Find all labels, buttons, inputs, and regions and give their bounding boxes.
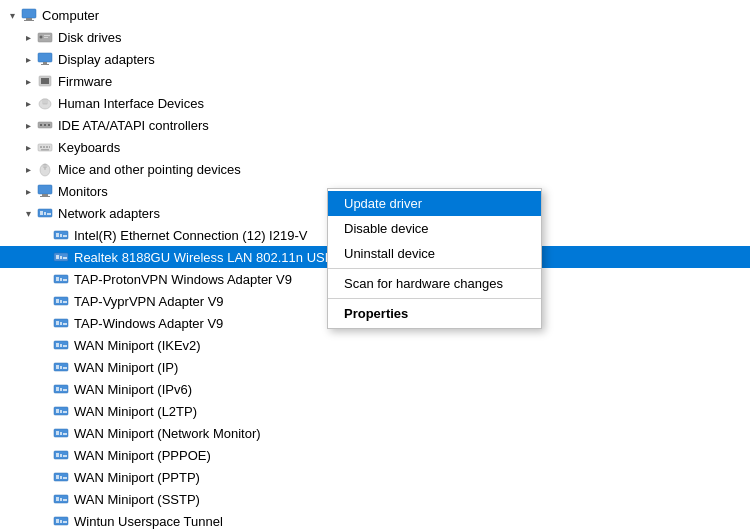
context-menu-item-properties[interactable]: Properties xyxy=(328,301,541,326)
icon-wan-pptp xyxy=(52,468,70,486)
tree-item-wan-ipv6[interactable]: WAN Miniport (IPv6) xyxy=(0,378,750,400)
svg-rect-9 xyxy=(41,64,49,65)
label-wan-ikev2: WAN Miniport (IKEv2) xyxy=(74,338,750,353)
icon-network-adapters xyxy=(36,204,54,222)
tree-item-wan-ip[interactable]: WAN Miniport (IP) xyxy=(0,356,750,378)
label-wan-ip: WAN Miniport (IP) xyxy=(74,360,750,375)
context-menu-item-update-driver[interactable]: Update driver xyxy=(328,191,541,216)
svg-rect-84 xyxy=(56,497,59,501)
icon-human-interface xyxy=(36,94,54,112)
label-wan-pppoe: WAN Miniport (PPPOE) xyxy=(74,448,750,463)
icon-realtek xyxy=(52,248,70,266)
icon-firmware xyxy=(36,72,54,90)
svg-rect-65 xyxy=(60,388,62,391)
label-mice: Mice and other pointing devices xyxy=(58,162,750,177)
expand-btn-ide-atapi[interactable] xyxy=(20,117,36,133)
svg-rect-29 xyxy=(42,194,48,196)
expand-btn-disk-drives[interactable] xyxy=(20,29,36,45)
svg-point-4 xyxy=(40,36,43,39)
svg-rect-77 xyxy=(60,454,62,457)
svg-rect-45 xyxy=(60,278,62,281)
svg-rect-69 xyxy=(60,410,62,413)
label-wan-network-monitor: WAN Miniport (Network Monitor) xyxy=(74,426,750,441)
svg-rect-64 xyxy=(56,387,59,391)
expand-btn-computer[interactable] xyxy=(4,7,20,23)
svg-rect-1 xyxy=(26,18,32,20)
expand-btn-firmware[interactable] xyxy=(20,73,36,89)
svg-rect-73 xyxy=(60,432,62,435)
tree-item-wan-pptp[interactable]: WAN Miniport (PPTP) xyxy=(0,466,750,488)
svg-rect-61 xyxy=(60,366,62,369)
svg-rect-72 xyxy=(56,431,59,435)
svg-rect-85 xyxy=(60,498,62,501)
expand-btn-monitors[interactable] xyxy=(20,183,36,199)
context-menu-item-disable-device[interactable]: Disable device xyxy=(328,216,541,241)
tree-item-ide-atapi[interactable]: IDE ATA/ATAPI controllers xyxy=(0,114,750,136)
tree-item-wan-sstp[interactable]: WAN Miniport (SSTP) xyxy=(0,488,750,510)
tree-item-wan-network-monitor[interactable]: WAN Miniport (Network Monitor) xyxy=(0,422,750,444)
svg-rect-86 xyxy=(63,499,67,501)
expand-btn-human-interface[interactable] xyxy=(20,95,36,111)
svg-rect-80 xyxy=(56,475,59,479)
tree-item-firmware[interactable]: Firmware xyxy=(0,70,750,92)
svg-rect-66 xyxy=(63,389,67,391)
svg-rect-42 xyxy=(63,257,67,259)
expand-btn-network-adapters[interactable] xyxy=(20,205,36,221)
svg-rect-76 xyxy=(56,453,59,457)
svg-rect-5 xyxy=(44,35,50,36)
icon-tap-vypr xyxy=(52,292,70,310)
svg-rect-2 xyxy=(24,20,34,21)
icon-wintun xyxy=(52,512,70,530)
tree-item-display-adapters[interactable]: Display adapters xyxy=(0,48,750,70)
tree-item-human-interface[interactable]: Human Interface Devices xyxy=(0,92,750,114)
svg-rect-8 xyxy=(43,62,47,64)
label-computer: Computer xyxy=(42,8,750,23)
svg-rect-40 xyxy=(56,255,59,259)
tree-item-wan-pppoe[interactable]: WAN Miniport (PPPOE) xyxy=(0,444,750,466)
svg-rect-57 xyxy=(60,344,62,347)
icon-computer xyxy=(20,6,38,24)
tree-item-mice[interactable]: Mice and other pointing devices xyxy=(0,158,750,180)
svg-rect-68 xyxy=(56,409,59,413)
svg-rect-22 xyxy=(46,146,48,148)
label-disk-drives: Disk drives xyxy=(58,30,750,45)
tree-item-computer[interactable]: Computer xyxy=(0,4,750,26)
context-menu: Update driverDisable deviceUninstall dev… xyxy=(327,188,542,329)
svg-rect-0 xyxy=(22,9,36,18)
expand-btn-display-adapters[interactable] xyxy=(20,51,36,67)
label-wan-pptp: WAN Miniport (PPTP) xyxy=(74,470,750,485)
svg-rect-41 xyxy=(60,256,62,259)
svg-rect-78 xyxy=(63,455,67,457)
icon-display-adapters xyxy=(36,50,54,68)
svg-rect-36 xyxy=(56,233,59,237)
context-menu-item-uninstall-device[interactable]: Uninstall device xyxy=(328,241,541,266)
label-wan-ipv6: WAN Miniport (IPv6) xyxy=(74,382,750,397)
tree-item-wan-l2tp[interactable]: WAN Miniport (L2TP) xyxy=(0,400,750,422)
svg-rect-37 xyxy=(60,234,62,237)
expand-btn-keyboards[interactable] xyxy=(20,139,36,155)
label-display-adapters: Display adapters xyxy=(58,52,750,67)
svg-rect-18 xyxy=(48,124,50,126)
label-ide-atapi: IDE ATA/ATAPI controllers xyxy=(58,118,750,133)
icon-ide-atapi xyxy=(36,116,54,134)
icon-wan-sstp xyxy=(52,490,70,508)
svg-rect-16 xyxy=(40,124,42,126)
expand-btn-mice[interactable] xyxy=(20,161,36,177)
tree-item-keyboards[interactable]: Keyboards xyxy=(0,136,750,158)
icon-tap-windows xyxy=(52,314,70,332)
svg-rect-23 xyxy=(49,146,50,148)
svg-rect-54 xyxy=(63,323,67,325)
icon-monitors xyxy=(36,182,54,200)
icon-disk-drives xyxy=(36,28,54,46)
context-menu-item-scan-hardware[interactable]: Scan for hardware changes xyxy=(328,271,541,296)
svg-rect-48 xyxy=(56,299,59,303)
label-firmware: Firmware xyxy=(58,74,750,89)
tree-item-wintun[interactable]: Wintun Userspace Tunnel xyxy=(0,510,750,532)
icon-keyboards xyxy=(36,138,54,156)
svg-rect-17 xyxy=(44,124,46,126)
label-keyboards: Keyboards xyxy=(58,140,750,155)
icon-tap-proton xyxy=(52,270,70,288)
tree-item-wan-ikev2[interactable]: WAN Miniport (IKEv2) xyxy=(0,334,750,356)
tree-item-disk-drives[interactable]: Disk drives xyxy=(0,26,750,48)
separator-after-uninstall-device xyxy=(328,268,541,269)
